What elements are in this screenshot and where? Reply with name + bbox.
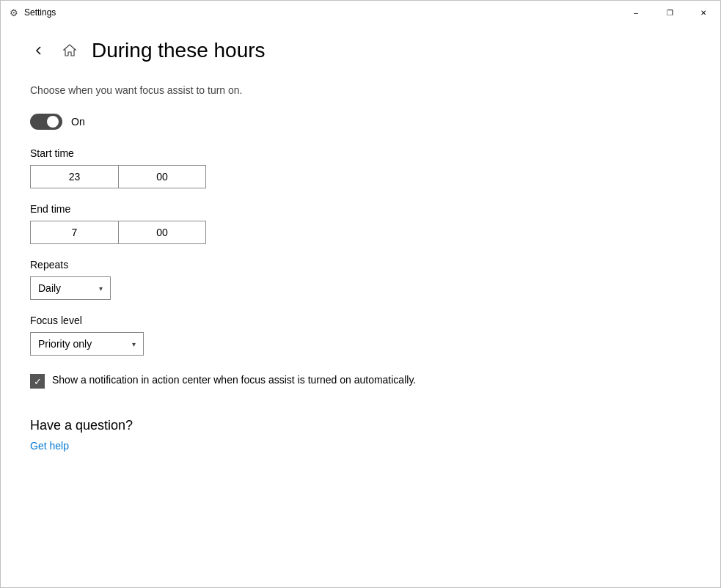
- description-text: Choose when you want focus assist to tur…: [30, 84, 691, 96]
- settings-window: ⚙ Settings – ❐ ✕ During these hours: [0, 0, 721, 588]
- toggle-label: On: [71, 116, 85, 128]
- titlebar-left: ⚙ Settings: [10, 7, 56, 18]
- page-header: During these hours: [30, 39, 691, 62]
- settings-icon: ⚙: [10, 7, 18, 18]
- help-section: Have a question? Get help: [30, 418, 691, 452]
- repeats-group: Repeats Daily ▾: [30, 259, 691, 300]
- titlebar: ⚙ Settings – ❐ ✕: [1, 1, 720, 24]
- page-title: During these hours: [92, 39, 266, 62]
- minimize-button[interactable]: –: [619, 1, 653, 24]
- focus-level-chevron-icon: ▾: [132, 340, 136, 348]
- end-time-inputs: 7 00: [30, 221, 691, 244]
- start-time-inputs: 23 00: [30, 165, 691, 188]
- start-time-minutes[interactable]: 00: [118, 165, 206, 188]
- maximize-button[interactable]: ❐: [653, 1, 687, 24]
- focus-level-value: Priority only: [38, 338, 92, 350]
- titlebar-title: Settings: [24, 7, 56, 18]
- focus-level-group: Focus level Priority only ▾: [30, 315, 691, 356]
- focus-assist-toggle[interactable]: [30, 114, 62, 130]
- repeats-chevron-icon: ▾: [99, 284, 103, 293]
- back-arrow-icon: [33, 45, 45, 56]
- start-time-label: Start time: [30, 147, 691, 159]
- back-button[interactable]: [30, 42, 48, 59]
- end-time-minutes[interactable]: 00: [118, 221, 206, 244]
- focus-level-label: Focus level: [30, 315, 691, 326]
- home-icon: [59, 40, 80, 61]
- checkmark-icon: ✓: [34, 377, 42, 386]
- repeats-label: Repeats: [30, 259, 691, 271]
- start-time-hours[interactable]: 23: [30, 165, 118, 188]
- content-area: During these hours Choose when you want …: [1, 24, 720, 587]
- repeats-value: Daily: [38, 282, 61, 294]
- notification-checkbox-row: ✓ Show a notification in action center w…: [30, 373, 691, 389]
- focus-assist-toggle-row: On: [30, 114, 691, 130]
- end-time-group: End time 7 00: [30, 203, 691, 244]
- start-time-group: Start time 23 00: [30, 147, 691, 188]
- get-help-link[interactable]: Get help: [30, 440, 69, 452]
- end-time-hours[interactable]: 7: [30, 221, 118, 244]
- repeats-dropdown[interactable]: Daily ▾: [30, 276, 111, 300]
- toggle-knob: [47, 116, 59, 128]
- help-title: Have a question?: [30, 418, 691, 433]
- focus-level-dropdown[interactable]: Priority only ▾: [30, 332, 144, 356]
- home-svg-icon: [62, 43, 77, 58]
- notification-checkbox[interactable]: ✓: [30, 374, 45, 389]
- close-button[interactable]: ✕: [687, 1, 720, 24]
- end-time-label: End time: [30, 203, 691, 215]
- notification-checkbox-text: Show a notification in action center whe…: [52, 373, 416, 388]
- titlebar-controls: – ❐ ✕: [619, 1, 720, 24]
